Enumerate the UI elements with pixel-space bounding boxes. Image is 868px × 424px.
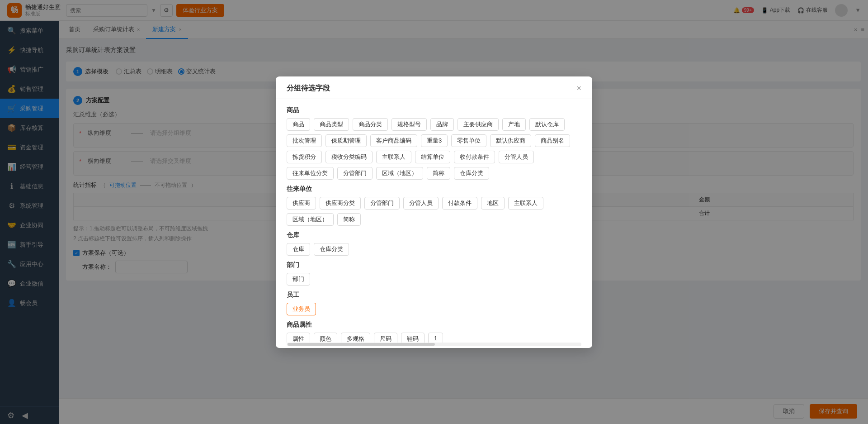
group-title-goods: 商品 bbox=[287, 106, 581, 114]
field-chip-spec[interactable]: 规格型号 bbox=[392, 118, 427, 131]
field-chip-origin[interactable]: 产地 bbox=[502, 118, 526, 131]
group-title-partner: 往来单位 bbox=[287, 185, 581, 193]
field-chip-supplier-category[interactable]: 供应商分类 bbox=[320, 197, 361, 210]
modal-title: 分组待选字段 bbox=[287, 84, 330, 93]
staff-fields: 业务员 bbox=[287, 303, 581, 315]
field-chip-one[interactable]: 1 bbox=[428, 333, 443, 343]
group-title-goods-attr: 商品属性 bbox=[287, 321, 581, 329]
field-chip-main-supplier[interactable]: 主要供应商 bbox=[458, 118, 499, 131]
field-chip-area[interactable]: 地区 bbox=[481, 197, 505, 210]
field-chip-partner-contact[interactable]: 主联系人 bbox=[508, 197, 543, 210]
partner-fields: 供应商 供应商分类 分管部门 分管人员 付款条件 地区 主联系人 区域（地区） … bbox=[287, 197, 581, 226]
field-chip-attr[interactable]: 属性 bbox=[287, 333, 310, 343]
field-chip-partner-dept[interactable]: 分管部门 bbox=[364, 197, 400, 210]
field-chip-default-warehouse[interactable]: 默认仓库 bbox=[529, 118, 565, 131]
field-chip-batch[interactable]: 批次管理 bbox=[287, 134, 322, 147]
field-chip-tax-code[interactable]: 税收分类编码 bbox=[326, 151, 373, 163]
field-chip-default-supplier[interactable]: 默认供应商 bbox=[490, 134, 531, 147]
field-chip-weight[interactable]: 重量3 bbox=[421, 134, 448, 147]
field-chip-goods[interactable]: 商品 bbox=[287, 118, 310, 131]
modal-close-button[interactable]: × bbox=[576, 84, 581, 92]
field-chip-warehouse-cat[interactable]: 仓库分类 bbox=[454, 167, 489, 180]
field-chip-goods-type[interactable]: 商品类型 bbox=[314, 118, 349, 131]
modal-body: 商品 商品 商品类型 商品分类 规格型号 品牌 主要供应商 产地 默认仓库 批次… bbox=[276, 99, 592, 343]
field-chip-pick-score[interactable]: 拣货积分 bbox=[287, 151, 322, 163]
field-chip-brand[interactable]: 品牌 bbox=[430, 118, 454, 131]
field-chip-customer-category[interactable]: 往来单位分类 bbox=[287, 167, 334, 180]
field-chip-alias[interactable]: 商品别名 bbox=[535, 134, 570, 147]
goods-attr-fields: 属性 颜色 多规格 尺码 鞋码 1 bbox=[287, 333, 581, 343]
modal-hscroll-area bbox=[276, 343, 592, 348]
field-chip-payment-terms[interactable]: 收付款条件 bbox=[454, 151, 495, 163]
modal-header: 分组待选字段 × bbox=[276, 76, 592, 99]
field-chip-main-contact[interactable]: 主联系人 bbox=[376, 151, 411, 163]
department-fields: 部门 bbox=[287, 273, 581, 286]
field-chip-size[interactable]: 尺码 bbox=[374, 333, 397, 343]
field-chip-abbr[interactable]: 简称 bbox=[427, 167, 450, 180]
field-chip-goods-category[interactable]: 商品分类 bbox=[353, 118, 388, 131]
field-chip-expiry[interactable]: 保质期管理 bbox=[326, 134, 367, 147]
field-chip-partner-abbr[interactable]: 简称 bbox=[337, 213, 361, 226]
field-chip-manager[interactable]: 分管人员 bbox=[499, 151, 534, 163]
field-chip-shoe-size[interactable]: 鞋码 bbox=[401, 333, 425, 343]
warehouse-fields: 仓库 仓库分类 bbox=[287, 243, 581, 256]
field-chip-dept[interactable]: 分管部门 bbox=[337, 167, 373, 180]
goods-fields: 商品 商品类型 商品分类 规格型号 品牌 主要供应商 产地 默认仓库 批次管理 … bbox=[287, 118, 581, 180]
group-title-department: 部门 bbox=[287, 261, 581, 269]
field-chip-payment-cond[interactable]: 付款条件 bbox=[442, 197, 477, 210]
field-chip-settlement-unit[interactable]: 结算单位 bbox=[415, 151, 450, 163]
modal-overlay: 分组待选字段 × 商品 商品 商品类型 商品分类 规格型号 品牌 主要供应商 产… bbox=[0, 0, 868, 424]
hscroll-thumb[interactable] bbox=[288, 343, 435, 346]
field-chip-department[interactable]: 部门 bbox=[287, 273, 310, 286]
field-chip-salesperson[interactable]: 业务员 bbox=[287, 303, 316, 315]
field-chip-warehouse[interactable]: 仓库 bbox=[287, 243, 310, 256]
field-chip-multi-spec[interactable]: 多规格 bbox=[341, 333, 370, 343]
field-chip-customer-code[interactable]: 客户商品编码 bbox=[370, 134, 417, 147]
field-chip-retail-unit[interactable]: 零售单位 bbox=[451, 134, 486, 147]
modal-box: 分组待选字段 × 商品 商品 商品类型 商品分类 规格型号 品牌 主要供应商 产… bbox=[276, 76, 592, 348]
group-title-staff: 员工 bbox=[287, 291, 581, 299]
group-title-warehouse: 仓库 bbox=[287, 231, 581, 239]
field-chip-supplier[interactable]: 供应商 bbox=[287, 197, 316, 210]
field-chip-color[interactable]: 颜色 bbox=[314, 333, 337, 343]
field-chip-region[interactable]: 区域（地区） bbox=[376, 167, 423, 180]
field-chip-partner-region[interactable]: 区域（地区） bbox=[287, 213, 334, 226]
field-chip-partner-manager[interactable]: 分管人员 bbox=[403, 197, 439, 210]
field-chip-warehouse-category[interactable]: 仓库分类 bbox=[314, 243, 349, 256]
